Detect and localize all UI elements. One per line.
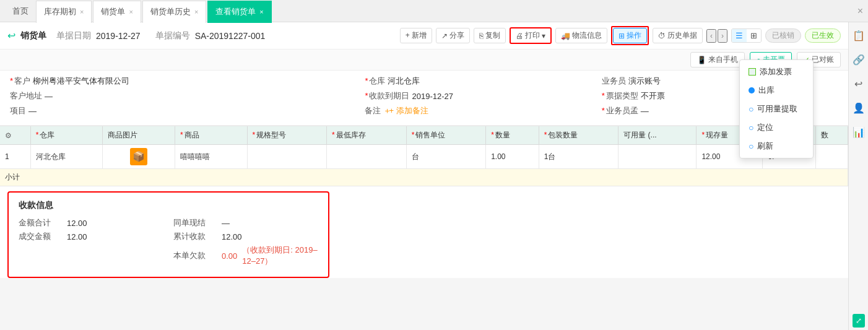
- add-note-button[interactable]: ＋ + 添加备注: [383, 105, 428, 116]
- subtotal-cell: 小计: [0, 169, 848, 186]
- operation-button[interactable]: ⊞ 操作: [613, 28, 647, 43]
- fields-row-2: 客户地址 — 收款到期日 2019-12-27 票据类型 不开票: [10, 90, 838, 102]
- tab-sales-order[interactable]: 销货单 ×: [93, 1, 141, 23]
- dropdown-available-qty[interactable]: ○ 可用量提取: [740, 100, 813, 118]
- warehouse-field: 仓库 河北仓库: [365, 76, 601, 87]
- arrears-note: （收款到期日: 2019–12–27）: [242, 245, 318, 267]
- share-button[interactable]: ↗ 分享: [436, 28, 470, 43]
- cell-warehouse: 河北仓库: [30, 145, 103, 169]
- number-value: SA-20191227-001: [195, 31, 266, 41]
- window-close-button[interactable]: ×: [857, 6, 863, 17]
- history-button[interactable]: ⏱ 历史单据: [653, 28, 703, 43]
- dropdown-add-invoice[interactable]: 添加发票: [740, 63, 813, 81]
- col-extra: 数: [815, 126, 848, 145]
- ticket-type-value: 不开票: [641, 90, 665, 102]
- print-button[interactable]: 🖨 打印 ▾: [510, 27, 552, 44]
- from-phone-button[interactable]: 📱 来自手机: [690, 52, 745, 67]
- col-warehouse: 仓库: [30, 126, 103, 145]
- transaction-row: 成交金额 12.00: [19, 231, 163, 242]
- product-table-wrap: ⚙ 仓库 商品图片 商品 规格型号 最低库存 销售单位 数量 包装数量 可用量 …: [0, 126, 848, 186]
- add-invoice-label: 添加发票: [760, 66, 792, 77]
- sidebar-icon-1[interactable]: 📋: [850, 27, 867, 44]
- truck-icon: 🚚: [561, 32, 570, 40]
- col-min-stock: 最低库存: [327, 126, 407, 145]
- cell-available: [618, 145, 697, 169]
- toolbar-row: 📱 来自手机 ● 未开票 ✓ 已对账: [0, 50, 848, 71]
- copy-icon: ⎘: [479, 32, 484, 40]
- payment-grid: 金额合计 12.00 成交金额 12.00 同单现结 — 累计收款: [19, 217, 318, 269]
- dropdown-refresh[interactable]: ○ 刷新: [740, 137, 813, 155]
- same-order-label: 同单现结: [173, 217, 217, 228]
- locate-label: 定位: [757, 122, 773, 133]
- tab-bar: 首页 库存期初 × 销货单 × 销货单历史 × 查看销货单 × ×: [0, 0, 868, 22]
- settings-icon[interactable]: ⚙: [5, 131, 12, 140]
- radio-icon-1: ○: [749, 104, 753, 114]
- grid-view-button[interactable]: ⊞: [747, 29, 761, 42]
- table-row: 1 河北仓库 📦 嘻嘻嘻嘻 台 1.00 1台 12.00 0.: [0, 145, 848, 169]
- customer-label: 客户: [10, 76, 30, 87]
- col-product: 商品: [175, 126, 247, 145]
- prev-button[interactable]: ‹: [706, 29, 716, 43]
- address-value: —: [45, 92, 53, 101]
- project-value: —: [28, 106, 37, 116]
- dropdown-locate[interactable]: ○ 定位: [740, 118, 813, 137]
- arrears-label: 本单欠款: [173, 250, 217, 261]
- radio-icon-2: ○: [749, 123, 753, 132]
- sidebar-icon-5[interactable]: 📊: [850, 124, 867, 141]
- amount-total-row: 金额合计 12.00: [19, 217, 163, 228]
- col-image: 商品图片: [103, 126, 175, 145]
- warehouse-value: 河北仓库: [388, 76, 420, 87]
- note-label: 备注: [365, 105, 381, 116]
- subtotal-row: 小计: [0, 169, 848, 186]
- arrears-row: 本单欠款 0.00 （收款到期日: 2019–12–27）: [173, 245, 318, 267]
- copy-button[interactable]: ⎘ 复制: [474, 28, 506, 43]
- payment-section: 收款信息 金额合计 12.00 成交金额 12.00 同单现结 —: [7, 191, 329, 278]
- tab-inventory-init[interactable]: 库存期初 ×: [36, 1, 92, 23]
- radio-icon-3: ○: [749, 141, 753, 151]
- nav-arrows: ‹ ›: [706, 29, 727, 43]
- fields-row-1: 客户 柳州粤港平安气体有限公司 仓库 河北仓库 业务员 演示账号: [10, 76, 838, 87]
- share-icon: ↗: [441, 32, 448, 40]
- sidebar-icon-3[interactable]: ↩: [852, 76, 865, 92]
- print-icon: 🖨: [516, 32, 523, 40]
- effective-badge: 已生效: [805, 28, 841, 43]
- grid-icon: ⊞: [618, 32, 625, 40]
- new-button[interactable]: + 新增: [400, 28, 432, 43]
- cumulative-value: 12.00: [222, 232, 242, 241]
- staff-label: 业务员: [602, 76, 626, 87]
- phone-icon: 📱: [697, 56, 706, 64]
- col-settings[interactable]: ⚙: [0, 126, 30, 145]
- arrears-value: 0.00: [222, 251, 237, 261]
- note-field: 备注 ＋ + 添加备注: [365, 105, 601, 116]
- available-qty-label: 可用量提取: [757, 103, 797, 115]
- address-label: 客户地址: [10, 90, 42, 102]
- date-value: 2019-12-27: [96, 31, 141, 41]
- address-field: 客户地址 —: [10, 90, 365, 102]
- operation-highlight-box: ⊞ 操作: [611, 26, 649, 45]
- tab-sales-history[interactable]: 销货单历史 ×: [142, 1, 206, 23]
- sidebar-icon-4[interactable]: 👤: [850, 100, 867, 116]
- close-tab-sales[interactable]: ×: [129, 8, 132, 15]
- sidebar-icon-2[interactable]: 🔗: [850, 51, 867, 68]
- staff2-label: 业务员孟: [602, 105, 638, 116]
- tab-home[interactable]: 首页: [5, 6, 36, 17]
- cell-min-stock: [327, 145, 407, 169]
- cell-unit: 台: [406, 145, 486, 169]
- list-view-button[interactable]: ☰: [732, 29, 747, 42]
- close-tab-inventory[interactable]: ×: [80, 8, 84, 15]
- close-tab-history[interactable]: ×: [194, 8, 198, 15]
- customer-value: 柳州粤港平安气体有限公司: [33, 76, 129, 87]
- close-tab-view-sales[interactable]: ×: [259, 8, 263, 15]
- history-icon: ⏱: [658, 32, 666, 40]
- outbound-label: 出库: [758, 85, 775, 96]
- same-order-value: —: [222, 219, 230, 228]
- amount-total-value: 12.00: [67, 219, 87, 228]
- form-title-area: ↩ 销货单 单据日期 2019-12-27 单据编号 SA-20191227-0…: [7, 30, 265, 41]
- tab-view-sales[interactable]: 查看销货单 ×: [207, 1, 271, 23]
- logistics-button[interactable]: 🚚 物流信息: [555, 28, 607, 43]
- same-order-row: 同单现结 —: [173, 217, 318, 228]
- main-content: ↩ 销货单 单据日期 2019-12-27 单据编号 SA-20191227-0…: [0, 22, 848, 278]
- next-button[interactable]: ›: [718, 29, 727, 43]
- dropdown-outbound[interactable]: 出库: [740, 81, 813, 100]
- right-sidebar: 📋 🔗 ↩ 👤 📊 ⤢: [848, 22, 868, 283]
